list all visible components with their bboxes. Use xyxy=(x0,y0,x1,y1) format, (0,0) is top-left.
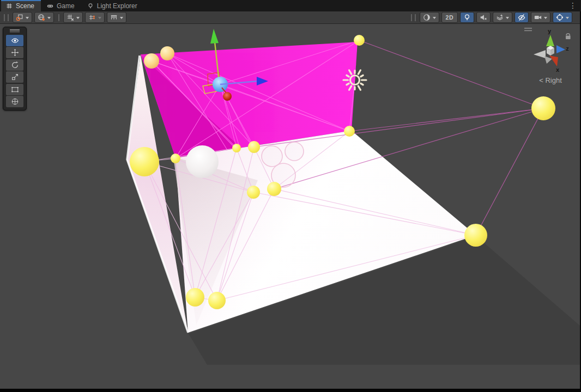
gizmo-overlay-drag-handle[interactable] xyxy=(524,30,532,32)
button-label: 2D xyxy=(445,14,455,21)
snap-increment-button[interactable] xyxy=(107,12,126,23)
wireframe-probe-sphere[interactable] xyxy=(262,146,282,167)
light-probe[interactable] xyxy=(344,126,355,137)
tab-label: Light Explorer xyxy=(97,2,137,10)
light-probe[interactable] xyxy=(160,46,174,60)
light-probe[interactable] xyxy=(232,144,241,152)
light-probe[interactable] xyxy=(354,35,365,46)
view-orientation-label[interactable]: < Right xyxy=(539,76,562,84)
effects-button[interactable] xyxy=(493,12,512,23)
shaded-sphere-icon xyxy=(423,14,431,21)
window-bottom-edge xyxy=(0,389,581,392)
light-probe[interactable] xyxy=(531,96,555,120)
view-tool-button[interactable] xyxy=(6,35,23,46)
grid-x-icon xyxy=(66,14,74,21)
globe-icon xyxy=(38,14,45,21)
grid-axis-button[interactable] xyxy=(34,12,54,23)
bulb-icon xyxy=(87,3,94,9)
tab-light-explorer[interactable]: Light Explorer xyxy=(82,0,144,11)
tab-scene[interactable]: Scene xyxy=(1,0,41,11)
chevron-down-icon[interactable] xyxy=(26,17,29,19)
scale-tool-button[interactable] xyxy=(6,71,23,83)
audio-mute-button[interactable] xyxy=(476,12,491,23)
gizmo-axis-label-x: x xyxy=(556,66,560,73)
gizmos-button[interactable] xyxy=(553,12,572,23)
bulb-icon xyxy=(463,14,471,21)
2d-toggle-button[interactable]: 2D xyxy=(441,12,458,23)
chevron-down-icon[interactable] xyxy=(433,17,436,19)
gizmo-overlay-drag-handle[interactable] xyxy=(524,28,532,29)
chevron-down-icon[interactable] xyxy=(98,17,101,19)
chevron-down-icon[interactable] xyxy=(544,17,547,19)
chevron-down-icon[interactable] xyxy=(47,17,51,19)
scene-visibility-button[interactable] xyxy=(515,12,529,23)
tab-game[interactable]: Game xyxy=(42,0,81,11)
pivot-icon xyxy=(16,14,23,21)
light-probe[interactable] xyxy=(248,141,260,153)
snap-increment-icon xyxy=(110,14,118,21)
light-probe[interactable] xyxy=(208,292,226,309)
tools-overlay xyxy=(3,27,27,111)
white-sphere[interactable] xyxy=(186,145,219,178)
unity-editor-window: { "window": { "overflow_icon": "\u22ee" … xyxy=(0,0,581,392)
scene-viewport[interactable]: yzx< Right xyxy=(0,24,581,389)
scene-3d-view[interactable]: yzx< Right xyxy=(0,24,581,389)
light-probe[interactable] xyxy=(171,154,180,163)
tool-settings-button[interactable] xyxy=(13,12,32,23)
move-icon xyxy=(11,48,19,57)
eye-slash-icon xyxy=(518,14,525,21)
tab-label: Scene xyxy=(16,2,34,10)
gamepad-icon xyxy=(47,3,53,9)
grid-visibility-button[interactable] xyxy=(63,12,83,23)
rect-icon xyxy=(11,85,19,94)
shading-mode-button[interactable] xyxy=(420,12,439,23)
grid-snap-button[interactable] xyxy=(85,12,105,23)
scene-lighting-button[interactable] xyxy=(460,12,474,23)
light-probe[interactable] xyxy=(464,224,487,247)
camera-settings-button[interactable] xyxy=(531,12,550,23)
rotate-tool-button[interactable] xyxy=(6,59,23,71)
camera-icon xyxy=(534,14,542,21)
tab-label: Game xyxy=(57,2,75,10)
light-probe[interactable] xyxy=(144,53,159,69)
x-axis-ball[interactable] xyxy=(223,92,232,101)
light-probe[interactable] xyxy=(186,288,204,307)
scale-icon xyxy=(11,73,19,81)
gizmo-axis-label-y: y xyxy=(548,28,552,34)
toolbar-separator xyxy=(58,14,59,21)
toolbar-drag-handle[interactable] xyxy=(411,14,416,21)
wireframe-probe-sphere[interactable] xyxy=(285,142,304,161)
toolbar-drag-handle[interactable] xyxy=(4,14,9,21)
chevron-down-icon[interactable] xyxy=(506,17,509,19)
transform-tool-button[interactable] xyxy=(6,96,23,107)
tab-bar: SceneGameLight Explorer⋮ xyxy=(0,0,581,11)
grid-snap-icon xyxy=(88,14,96,21)
scene-toolbar: 2D xyxy=(0,11,581,24)
light-probe[interactable] xyxy=(267,182,281,196)
tools-overlay-drag-handle[interactable] xyxy=(4,28,25,34)
chevron-down-icon[interactable] xyxy=(120,17,123,19)
rect-tool-button[interactable] xyxy=(6,84,23,95)
gizmos-icon xyxy=(556,14,564,21)
scene-grid-icon xyxy=(6,3,13,9)
chevron-down-icon[interactable] xyxy=(566,17,569,19)
rotate-icon xyxy=(11,61,19,69)
overflow-menu-icon[interactable]: ⋮ xyxy=(569,1,577,11)
chevron-down-icon[interactable] xyxy=(76,17,80,19)
light-probe[interactable] xyxy=(247,186,260,199)
move-tool-button[interactable] xyxy=(6,47,23,58)
audio-mute-icon xyxy=(480,14,487,21)
eye-icon xyxy=(11,36,19,45)
light-probe[interactable] xyxy=(130,147,159,176)
transform-icon xyxy=(11,97,19,106)
gizmo-axis-label-z: z xyxy=(566,45,569,52)
effects-icon xyxy=(496,14,504,21)
